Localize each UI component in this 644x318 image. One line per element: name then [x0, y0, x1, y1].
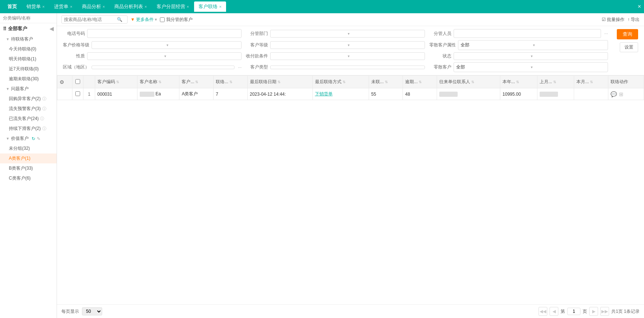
- nav-sales[interactable]: 销货单 ×: [22, 1, 49, 12]
- sidebar-item-repurchase[interactable]: 回购异常客户(2) ⓘ: [0, 94, 57, 104]
- nav-home[interactable]: 首页: [3, 1, 21, 12]
- sidebar-group-problem[interactable]: ▼ 问题客户: [0, 84, 57, 94]
- sidebar-group-value[interactable]: ▼ 价值客户 ↻ ✎: [0, 134, 57, 144]
- retail-cust-arrow: ▾: [531, 65, 605, 69]
- export-btn[interactable]: ↑ 导出: [627, 17, 640, 23]
- cust-level-select[interactable]: ▾: [270, 41, 425, 49]
- top-nav: 首页 销货单 × 进货单 × 商品分析 × 商品分析列表 × 客户分层经营 × …: [0, 0, 644, 13]
- retail-cust-label: 零散客户: [429, 64, 451, 70]
- nav-goods-analysis[interactable]: 商品分析 ×: [78, 1, 109, 12]
- sidebar-item-class-b[interactable]: B类客户(33): [0, 163, 57, 173]
- nav-close-purchase[interactable]: ×: [70, 4, 72, 9]
- person-input[interactable]: [454, 29, 601, 38]
- sort-icon-last-method[interactable]: ⇅: [343, 80, 346, 84]
- pagination: ◀◀ ◀ 第 页 ▶ ▶▶ 共1页 1条记录: [539, 307, 640, 316]
- nav-close-goods-list[interactable]: ×: [144, 4, 147, 9]
- close-all-btn[interactable]: ×: [638, 3, 641, 10]
- cust-type-select[interactable]: [270, 66, 425, 69]
- nav-close-customer-layer[interactable]: ×: [187, 4, 189, 9]
- nav-close-customer-contact[interactable]: ×: [219, 4, 221, 9]
- filter-search-input[interactable]: [64, 17, 115, 22]
- filter-cell-status: 状态 ▾: [429, 52, 612, 60]
- row-unlink-cell: 55: [369, 88, 403, 100]
- sidebar-item-lost[interactable]: 已流失客户(24) ⓘ: [0, 114, 57, 124]
- sort-icon-year[interactable]: ⇅: [516, 80, 519, 84]
- dept-select[interactable]: ▾: [270, 30, 425, 38]
- col-overdue: 逾期... ⇅: [403, 76, 437, 88]
- sidebar-item-ungroup[interactable]: 未分组(32): [0, 144, 57, 153]
- filter-search-icon[interactable]: 🔍: [117, 17, 122, 22]
- my-customers-checkbox[interactable]: 我分管的客户: [160, 17, 193, 23]
- nav-purchase[interactable]: 进货单 ×: [50, 1, 76, 12]
- page-size-select[interactable]: 20 50 100: [82, 307, 102, 315]
- query-button[interactable]: 查询: [617, 29, 638, 39]
- row-checkbox[interactable]: [75, 91, 80, 96]
- phone-input[interactable]: [87, 29, 242, 38]
- col-code: 客户编码 ⇅: [95, 76, 137, 88]
- price-level-label: 客户价格等级: [63, 42, 89, 48]
- region-select[interactable]: [92, 66, 235, 69]
- first-page-btn[interactable]: ◀◀: [539, 307, 547, 316]
- sort-icon-this-month[interactable]: ⇅: [590, 80, 593, 84]
- sidebar-collapse-btn[interactable]: ◀: [50, 26, 54, 32]
- sidebar-item-tomorrow[interactable]: 明天待联络(1): [0, 54, 57, 64]
- nav-close-sales[interactable]: ×: [42, 4, 44, 9]
- price-level-select[interactable]: ▾: [92, 41, 242, 49]
- select-all-checkbox[interactable]: [75, 79, 80, 84]
- filter-cell-person: 分管人员 ···: [429, 29, 612, 38]
- sidebar-item-class-c[interactable]: C类客户(6): [0, 173, 57, 183]
- more-conditions-btn[interactable]: ▼ 更多条件 ▾: [130, 17, 157, 23]
- sort-icon-company[interactable]: ⇅: [471, 80, 474, 84]
- nature-select[interactable]: ▾: [87, 52, 242, 60]
- region-more-icon[interactable]: ···: [238, 65, 242, 70]
- sort-icon-contact[interactable]: ⇅: [229, 80, 232, 84]
- nav-customer-layer[interactable]: 客户分层经营 ×: [152, 1, 193, 12]
- last-page-btn[interactable]: ▶▶: [600, 307, 609, 316]
- sidebar-group-pending[interactable]: ▼ 待联络客户: [0, 34, 57, 44]
- filter-bar: 🔍 ▼ 更多条件 ▾ 我分管的客户 ☑ 批量操作 ↑ 导出: [57, 13, 644, 26]
- filter-cell-price-level: 客户价格等级 ▾: [63, 41, 246, 49]
- status-select[interactable]: ▾: [454, 52, 608, 60]
- edit-icon[interactable]: ✎: [37, 136, 40, 141]
- nav-customer-contact[interactable]: 客户联络 ×: [194, 1, 226, 12]
- col-unlink: 未联... ⇅: [369, 76, 403, 88]
- settings-button[interactable]: 设置: [620, 42, 638, 52]
- row-action-icons: 💬 ⊞: [611, 91, 641, 97]
- sidebar-item-overdue[interactable]: 逾期未联络(30): [0, 74, 57, 84]
- sort-icon-code[interactable]: ⇅: [116, 80, 119, 84]
- sort-icon-last-date[interactable]: ⇅: [278, 80, 280, 84]
- my-customers-check[interactable]: [160, 17, 165, 22]
- all-customers-header[interactable]: ⠿ 全部客户 ◀: [0, 23, 57, 34]
- sidebar-item-week[interactable]: 近7天待联络(0): [0, 64, 57, 74]
- batch-op-btn[interactable]: ☑ 批量操作: [602, 17, 625, 23]
- more-icon[interactable]: ···: [604, 31, 608, 36]
- status-label: 状态: [429, 53, 451, 59]
- retail-cust-select[interactable]: 全部 ▾: [454, 62, 608, 72]
- sort-icon-last-month[interactable]: ⇅: [553, 80, 556, 84]
- sidebar-item-decline[interactable]: 持续下滑客户(2) ⓘ: [0, 124, 57, 134]
- filter-cell-retail-cust: 零散客户 全部 ▾: [429, 62, 612, 72]
- sort-icon-level[interactable]: ⇅: [195, 80, 198, 84]
- link-icon[interactable]: ⊞: [619, 91, 623, 97]
- sidebar-item-churn[interactable]: 流失预警客户(3) ⓘ: [0, 104, 57, 114]
- prev-page-btn[interactable]: ◀: [550, 307, 558, 316]
- sort-icon-overdue[interactable]: ⇅: [419, 80, 422, 84]
- page-input[interactable]: [567, 308, 580, 315]
- filter-cell-nature: 性质 ▾: [63, 52, 246, 60]
- sort-icon-name[interactable]: ⇅: [158, 80, 161, 84]
- retail-attr-select[interactable]: 全部 ▾: [458, 40, 608, 50]
- sidebar-item-class-a[interactable]: A类客户(1): [0, 153, 57, 163]
- export-icon: ↑: [627, 17, 630, 22]
- nav-goods-list[interactable]: 商品分析列表 ×: [110, 1, 151, 12]
- chevron-down-icon: ▾: [155, 17, 157, 22]
- gear-icon[interactable]: ⚙: [60, 79, 64, 85]
- message-icon[interactable]: 💬: [611, 91, 617, 97]
- payment-select[interactable]: ▾: [270, 52, 425, 60]
- refresh-icon[interactable]: ↻: [32, 136, 35, 141]
- nav-close-goods-analysis[interactable]: ×: [103, 4, 105, 9]
- sort-icon-unlink[interactable]: ⇅: [385, 80, 388, 84]
- sidebar-search-input[interactable]: [3, 15, 57, 21]
- next-page-btn[interactable]: ▶: [589, 307, 598, 316]
- sidebar-item-today[interactable]: 今天待联络(0): [0, 44, 57, 54]
- row-last-method-cell[interactable]: 下销货单: [312, 88, 369, 100]
